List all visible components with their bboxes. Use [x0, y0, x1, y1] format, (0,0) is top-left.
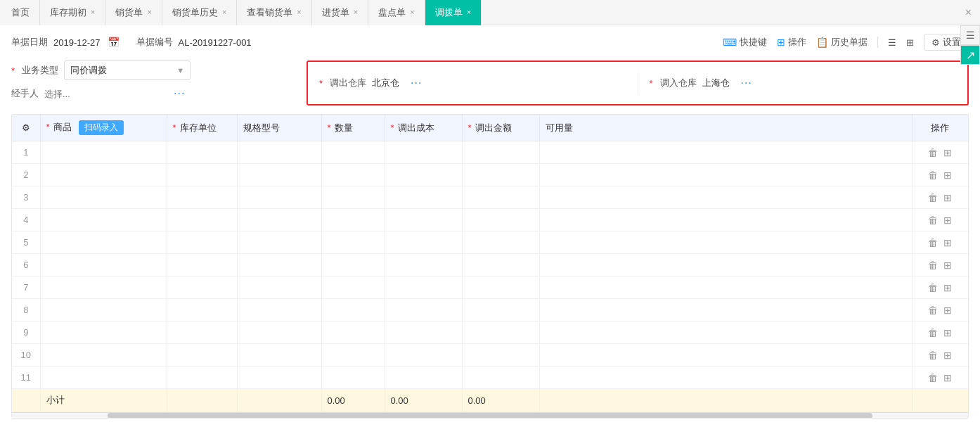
delete-icon[interactable]: 🗑 — [928, 237, 938, 248]
cell-cost[interactable] — [385, 186, 462, 209]
manager-more-btn[interactable]: ··· — [174, 87, 185, 100]
cell-amount[interactable] — [462, 367, 539, 389]
cell-cost[interactable] — [385, 367, 462, 389]
cell-product[interactable] — [40, 367, 167, 389]
cell-cost[interactable] — [385, 254, 462, 276]
close-sales-history[interactable]: × — [222, 8, 226, 16]
cell-product[interactable] — [40, 344, 167, 367]
tab-home[interactable]: 首页 — [0, 0, 40, 25]
cell-cost[interactable] — [385, 141, 462, 164]
cell-spec[interactable] — [237, 367, 321, 389]
delete-icon[interactable]: 🗑 — [928, 147, 938, 158]
cell-product[interactable] — [40, 254, 167, 276]
delete-icon[interactable]: 🗑 — [928, 350, 938, 361]
copy-icon[interactable]: ⊞ — [943, 170, 952, 181]
tab-view-sales[interactable]: 查看销货单 × — [237, 0, 311, 25]
delete-icon[interactable]: 🗑 — [928, 282, 938, 293]
horizontal-scrollbar[interactable] — [12, 412, 968, 418]
transfer-out-more-btn[interactable]: ··· — [411, 77, 422, 89]
close-view-sales[interactable]: × — [297, 8, 301, 16]
cell-product[interactable] — [40, 186, 167, 209]
cell-spec[interactable] — [237, 321, 321, 344]
history-btn[interactable]: 📋 历史单据 — [816, 36, 868, 49]
delete-icon[interactable]: 🗑 — [928, 192, 938, 203]
cell-cost[interactable] — [385, 164, 462, 186]
cell-unit[interactable] — [167, 321, 237, 344]
cell-unit[interactable] — [167, 209, 237, 231]
cell-product[interactable] — [40, 276, 167, 299]
delete-icon[interactable]: 🗑 — [928, 305, 938, 316]
cell-product[interactable] — [40, 231, 167, 254]
cell-cost[interactable] — [385, 321, 462, 344]
cell-qty[interactable] — [321, 367, 385, 389]
copy-icon[interactable]: ⊞ — [943, 282, 952, 293]
tab-stocktake[interactable]: 盘点单 × — [368, 0, 425, 25]
transfer-in-value[interactable]: 上海仓 — [702, 77, 730, 89]
close-all-tabs[interactable]: × — [957, 6, 980, 19]
cell-spec[interactable] — [237, 299, 321, 321]
list-view-btn[interactable]: ☰ — [888, 37, 896, 48]
cell-product[interactable] — [40, 141, 167, 164]
cell-cost[interactable] — [385, 209, 462, 231]
cell-cost[interactable] — [385, 344, 462, 367]
cell-product[interactable] — [40, 164, 167, 186]
cell-product[interactable] — [40, 321, 167, 344]
cell-unit[interactable] — [167, 344, 237, 367]
manager-input[interactable] — [44, 89, 162, 99]
cell-qty[interactable] — [321, 276, 385, 299]
cell-spec[interactable] — [237, 231, 321, 254]
date-value[interactable]: 2019-12-27 — [53, 37, 101, 48]
copy-icon[interactable]: ⊞ — [943, 350, 952, 361]
cell-spec[interactable] — [237, 276, 321, 299]
cell-qty[interactable] — [321, 321, 385, 344]
tab-purchase[interactable]: 进货单 × — [312, 0, 368, 25]
cell-amount[interactable] — [462, 186, 539, 209]
close-stocktake[interactable]: × — [410, 8, 414, 16]
copy-icon[interactable]: ⊞ — [943, 260, 952, 271]
cell-qty[interactable] — [321, 344, 385, 367]
cell-amount[interactable] — [462, 231, 539, 254]
delete-icon[interactable]: 🗑 — [928, 170, 938, 181]
tab-sales-order[interactable]: 销货单 × — [105, 0, 162, 25]
cell-spec[interactable] — [237, 344, 321, 367]
cell-qty[interactable] — [321, 164, 385, 186]
cell-amount[interactable] — [462, 254, 539, 276]
close-inventory-init[interactable]: × — [91, 8, 95, 16]
cell-amount[interactable] — [462, 321, 539, 344]
right-panel-export-btn[interactable]: ↗ — [960, 45, 980, 65]
copy-icon[interactable]: ⊞ — [943, 327, 952, 338]
cell-amount[interactable] — [462, 209, 539, 231]
delete-icon[interactable]: 🗑 — [928, 327, 938, 338]
cell-spec[interactable] — [237, 141, 321, 164]
calendar-icon[interactable]: 📅 — [108, 37, 120, 48]
cell-unit[interactable] — [167, 164, 237, 186]
operations-btn[interactable]: ⊞ 操作 — [777, 36, 806, 49]
cell-spec[interactable] — [237, 164, 321, 186]
cell-unit[interactable] — [167, 186, 237, 209]
cell-qty[interactable] — [321, 231, 385, 254]
transfer-out-value[interactable]: 北京仓 — [372, 77, 399, 89]
transfer-in-more-btn[interactable]: ··· — [741, 77, 752, 89]
business-type-select[interactable]: 同价调拨 ▼ — [64, 60, 191, 80]
copy-icon[interactable]: ⊞ — [943, 192, 952, 203]
tab-sales-history[interactable]: 销货单历史 × — [162, 0, 237, 25]
copy-icon[interactable]: ⊞ — [943, 372, 952, 383]
delete-icon[interactable]: 🗑 — [928, 215, 938, 226]
cell-qty[interactable] — [321, 186, 385, 209]
cell-spec[interactable] — [237, 186, 321, 209]
copy-icon[interactable]: ⊞ — [943, 215, 952, 226]
delete-icon[interactable]: 🗑 — [928, 372, 938, 383]
cell-unit[interactable] — [167, 367, 237, 389]
cell-qty[interactable] — [321, 254, 385, 276]
cell-cost[interactable] — [385, 276, 462, 299]
cell-amount[interactable] — [462, 344, 539, 367]
cell-unit[interactable] — [167, 141, 237, 164]
close-transfer[interactable]: × — [467, 8, 471, 16]
cell-amount[interactable] — [462, 141, 539, 164]
tab-transfer[interactable]: 调拨单 × — [425, 0, 482, 25]
cell-cost[interactable] — [385, 231, 462, 254]
cell-qty[interactable] — [321, 209, 385, 231]
cell-unit[interactable] — [167, 276, 237, 299]
cell-cost[interactable] — [385, 299, 462, 321]
copy-icon[interactable]: ⊞ — [943, 237, 952, 248]
